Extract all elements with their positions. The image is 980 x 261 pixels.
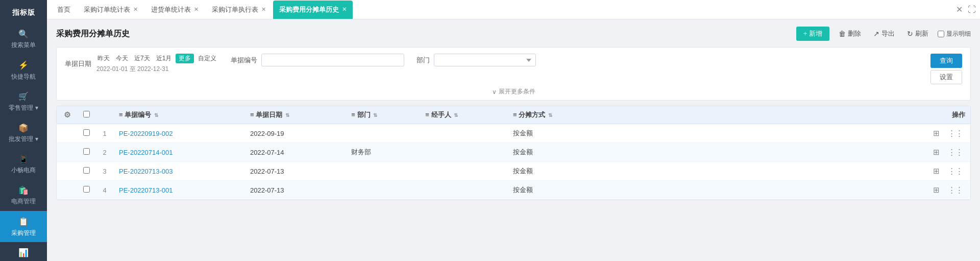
tab-home[interactable]: 首页: [51, 1, 77, 19]
row-handler-cell: [420, 181, 508, 200]
view-icon[interactable]: ⊞: [931, 128, 942, 139]
shortcut-7days[interactable]: 近7天: [132, 54, 152, 63]
doc-no-link[interactable]: PE-20220713-001: [119, 186, 173, 194]
sidebar-item-wholesale[interactable]: 📦 批发管理 ▾: [0, 117, 47, 149]
select-all-checkbox[interactable]: [83, 111, 90, 117]
add-button[interactable]: + 新增: [796, 27, 829, 41]
dept-select[interactable]: 财务部: [434, 54, 536, 66]
query-button[interactable]: 查询: [930, 54, 962, 68]
col-checkbox-all[interactable]: [77, 106, 95, 124]
view-icon[interactable]: ⊞: [931, 147, 942, 158]
row-handler-cell: [420, 124, 508, 143]
tab-purchase-cost-split[interactable]: 采购费用分摊单历史 ✕: [273, 1, 353, 19]
row-checkbox-cell[interactable]: [77, 162, 95, 181]
tab-close-purchase-goods-stats[interactable]: ✕: [194, 6, 199, 13]
inventory-icon: 📊: [2, 247, 45, 258]
doc-no-link[interactable]: PE-20220713-003: [119, 168, 173, 175]
sort-dept-icon[interactable]: ⇅: [373, 112, 377, 118]
table-row: 4 PE-20220713-001 2022-07-13 按金额 ⊞ ⋮⋮: [57, 181, 970, 200]
sidebar-item-retail[interactable]: 🛒 零售管理 ▾: [0, 86, 47, 117]
toolbar: + 新增 🗑 删除 ↗ 导出 ↻ 刷新 显示明细: [796, 27, 971, 41]
row-checkbox-cell[interactable]: [77, 143, 95, 162]
setting-button[interactable]: 设置: [930, 70, 962, 84]
table-header: ⚙ ≡ 单据编号 ⇅ ≡ 单据日期: [57, 106, 970, 124]
sidebar-item-search[interactable]: 🔍 搜索菜单: [0, 23, 47, 55]
col-rownum: [95, 106, 114, 124]
row-checkbox[interactable]: [83, 167, 90, 174]
sort-handler-icon[interactable]: ⇅: [454, 112, 458, 118]
export-button[interactable]: ↗ 导出: [870, 27, 898, 40]
more-icon[interactable]: ⋮⋮: [946, 128, 965, 139]
more-icon[interactable]: ⋮⋮: [946, 165, 965, 177]
shortcut-custom[interactable]: 自定义: [196, 54, 218, 63]
more-icon[interactable]: ⋮⋮: [946, 184, 965, 196]
sidebar-item-ecommerce[interactable]: 🛍️ 电商管理: [0, 180, 47, 211]
row-num-cell: 1: [95, 124, 114, 143]
close-all-tabs-icon[interactable]: ✕: [956, 5, 963, 14]
row-checkbox[interactable]: [83, 186, 90, 193]
sort-docdate-icon[interactable]: ⇅: [285, 112, 289, 118]
settings-icon[interactable]: ⚙: [64, 110, 70, 119]
tab-close-purchase-order-stats[interactable]: ✕: [133, 6, 138, 13]
page-title: 采购费用分摊单历史: [56, 29, 130, 39]
expand-more[interactable]: ∨ 展开更多条件: [65, 87, 962, 96]
row-action-cell: ⊞ ⋮⋮: [926, 162, 970, 181]
sort-split-icon[interactable]: ⇅: [548, 112, 552, 118]
tab-close-purchase-order-exec[interactable]: ✕: [261, 6, 266, 13]
purchase-icon: 📋: [2, 216, 45, 227]
col-dept: ≡ 部门 ⇅: [346, 106, 420, 124]
table-body: 1 PE-20220919-002 2022-09-19 按金额 ⊞ ⋮⋮ 2 …: [57, 124, 970, 200]
delete-button[interactable]: 🗑 删除: [836, 27, 864, 40]
sidebar-item-inventory[interactable]: 📊 库存核算: [0, 242, 47, 261]
docno-input[interactable]: [261, 54, 404, 66]
table-row: 3 PE-20220713-003 2022-07-13 按金额 ⊞ ⋮⋮: [57, 162, 970, 181]
date-label: 单据日期: [65, 59, 91, 68]
row-checkbox[interactable]: [83, 148, 90, 155]
row-docno-cell: PE-20220713-003: [114, 162, 245, 181]
sort-docno-icon[interactable]: ⇅: [154, 112, 158, 118]
fullscreen-icon[interactable]: ⛶: [968, 5, 976, 14]
row-checkbox[interactable]: [83, 129, 90, 136]
sidebar-item-miniapp[interactable]: 📱 小畅电商: [0, 149, 47, 180]
show-cols-checkbox[interactable]: [938, 31, 944, 37]
retail-icon: 🛒: [2, 91, 45, 102]
sidebar-item-quicknav[interactable]: ⚡ 快捷导航: [0, 55, 47, 86]
search-buttons: 查询 设置: [930, 54, 962, 84]
row-docdate-cell: 2022-07-13: [245, 162, 346, 181]
col-action: 操作: [926, 106, 970, 124]
view-icon[interactable]: ⊞: [931, 184, 942, 196]
doc-no-link[interactable]: PE-20220714-001: [119, 149, 173, 156]
shortcut-today[interactable]: 今天: [114, 54, 130, 63]
show-cols-toggle[interactable]: 显示明细: [938, 30, 971, 38]
col-docdate: ≡ 单据日期 ⇅: [245, 106, 346, 124]
row-splitmethod-cell: 按金额: [508, 124, 926, 143]
tab-purchase-goods-stats[interactable]: 进货单统计表 ✕: [145, 1, 205, 19]
row-docno-cell: PE-20220919-002: [114, 124, 245, 143]
col-split-method: ≡ 分摊方式 ⇅: [508, 106, 926, 124]
shortcut-yesterday[interactable]: 昨天: [95, 54, 112, 63]
tab-purchase-order-stats[interactable]: 采购订单统计表 ✕: [78, 1, 144, 19]
row-settings-cell: [57, 181, 77, 200]
row-checkbox-cell[interactable]: [77, 124, 95, 143]
tab-close-purchase-cost-split[interactable]: ✕: [342, 6, 347, 13]
sidebar-item-purchase[interactable]: 📋 采购管理: [0, 211, 47, 242]
row-checkbox-cell[interactable]: [77, 181, 95, 200]
row-splitmethod-cell: 按金额: [508, 162, 926, 181]
tab-purchase-order-exec[interactable]: 采购订单执行表 ✕: [206, 1, 272, 19]
search-icon: 🔍: [2, 29, 45, 40]
action-icons: ⊞ ⋮⋮: [931, 147, 965, 158]
view-icon[interactable]: ⊞: [931, 165, 942, 177]
shortcut-1month[interactable]: 近1月: [154, 54, 174, 63]
refresh-button[interactable]: ↻ 刷新: [904, 27, 932, 40]
tab-bar: 首页 采购订单统计表 ✕ 进货单统计表 ✕ 采购订单执行表 ✕ 采购费用分摊单历…: [47, 0, 980, 19]
date-range-display: 2022-01-01 至 2022-12-31: [96, 65, 218, 74]
row-docno-cell: PE-20220714-001: [114, 143, 245, 162]
more-icon[interactable]: ⋮⋮: [946, 147, 965, 158]
col-settings[interactable]: ⚙: [57, 106, 77, 124]
row-handler-cell: [420, 143, 508, 162]
table-row: 1 PE-20220919-002 2022-09-19 按金额 ⊞ ⋮⋮: [57, 124, 970, 143]
shortcut-more[interactable]: 更多: [176, 54, 194, 63]
row-action-cell: ⊞ ⋮⋮: [926, 181, 970, 200]
doc-no-link[interactable]: PE-20220919-002: [119, 130, 173, 137]
row-dept-cell: 财务部: [346, 143, 420, 162]
